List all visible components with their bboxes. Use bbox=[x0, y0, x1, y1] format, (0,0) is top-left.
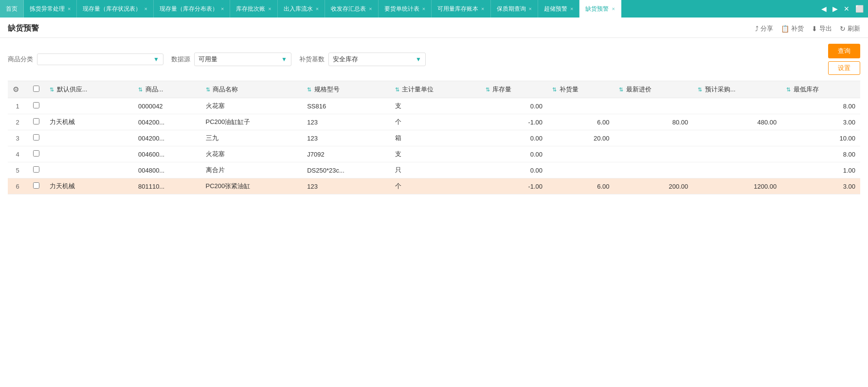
row-spec-4: J7092 bbox=[302, 146, 390, 162]
row-unit-2: 个 bbox=[390, 114, 481, 130]
tab-shortage[interactable]: 缺货预警 × bbox=[579, 0, 621, 18]
col-product-name: ⇅ 商品名称 bbox=[201, 81, 303, 98]
col-stock-label: 库存量 bbox=[492, 86, 511, 93]
tab-home[interactable]: 首页 bbox=[0, 0, 24, 18]
tab-overstock-close[interactable]: × bbox=[570, 6, 573, 12]
row-checkbox-4[interactable] bbox=[27, 146, 45, 162]
col-gear: ⚙ bbox=[8, 81, 27, 98]
tab-inout-flow[interactable]: 出入库流水 × bbox=[278, 0, 325, 18]
sort-icon-price: ⇅ bbox=[619, 87, 623, 92]
tab-batch-account-close[interactable]: × bbox=[268, 6, 271, 12]
tab-expiry-query[interactable]: 保质期查询 × bbox=[491, 0, 538, 18]
tab-inventory-dist[interactable]: 现存量（库存分布表） × bbox=[154, 0, 230, 18]
row-min-stock-4: 8.00 bbox=[781, 146, 860, 162]
gear-icon[interactable]: ⚙ bbox=[13, 85, 19, 93]
row-product-code-3: 004200... bbox=[133, 130, 201, 146]
row-stock-6: -1.00 bbox=[481, 178, 547, 194]
tab-exception-close[interactable]: × bbox=[68, 6, 71, 12]
tab-inventory-status-close[interactable]: × bbox=[144, 6, 147, 12]
row-checkbox-1[interactable] bbox=[27, 98, 45, 114]
select-all-checkbox[interactable] bbox=[33, 86, 39, 92]
row-unit-1: 支 bbox=[390, 98, 481, 114]
tab-available-ledger-label: 可用量库存账本 bbox=[437, 5, 478, 13]
row-num-2: 2 bbox=[8, 114, 27, 130]
col-min-stock: ⇅ 最低库存 bbox=[781, 81, 860, 98]
settings-button[interactable]: 设置 bbox=[828, 61, 860, 75]
row-stock-5: 0.00 bbox=[481, 162, 547, 178]
row-num-1: 1 bbox=[8, 98, 27, 114]
row-stock-1: 0.00 bbox=[481, 98, 547, 114]
tab-inout-flow-close[interactable]: × bbox=[316, 6, 319, 12]
tab-available-ledger[interactable]: 可用量库存账本 × bbox=[432, 0, 490, 18]
main-content: 缺货预警 ⤴ 分享 📋 补货 ⬇ 导出 ↻ 刷新 商品分类 bbox=[0, 18, 868, 387]
row-min-stock-2: 3.00 bbox=[781, 114, 860, 130]
category-select[interactable]: ▼ bbox=[37, 53, 163, 65]
tab-prev-button[interactable]: ◀ bbox=[819, 4, 829, 14]
row-est-purchase-4 bbox=[693, 146, 781, 162]
tab-inout-flow-label: 出入库流水 bbox=[284, 5, 313, 13]
row-checkbox-6[interactable] bbox=[27, 178, 45, 194]
row-num-4: 4 bbox=[8, 146, 27, 162]
replenish-base-select[interactable]: 安全库存 ▼ bbox=[328, 53, 426, 66]
tab-receive-summary[interactable]: 收发存汇总表 × bbox=[325, 0, 378, 18]
category-filter-label: 商品分类 bbox=[8, 55, 33, 64]
tab-expiry-query-close[interactable]: × bbox=[529, 6, 532, 12]
table-wrapper: ⚙ ⇅ 默认供应... ⇅ 商品... ⇅ 商品名称 bbox=[0, 81, 868, 194]
col-min-label: 最低库存 bbox=[794, 86, 819, 93]
refresh-button[interactable]: ↻ 刷新 bbox=[840, 24, 860, 33]
tab-demand-stats-close[interactable]: × bbox=[422, 6, 425, 12]
query-button[interactable]: 查询 bbox=[828, 44, 860, 58]
shortage-table: ⚙ ⇅ 默认供应... ⇅ 商品... ⇅ 商品名称 bbox=[8, 81, 860, 194]
row-product-name-2: PC200油缸缸子 bbox=[201, 114, 303, 130]
tab-next-button[interactable]: ▶ bbox=[830, 4, 840, 14]
row-supplier-6: 力天机械 bbox=[45, 178, 133, 194]
tab-maximize-button[interactable]: ⬜ bbox=[853, 4, 866, 14]
row-replenish-6: 6.00 bbox=[547, 178, 614, 194]
row-checkbox-2[interactable] bbox=[27, 114, 45, 130]
tab-overstock[interactable]: 超储预警 × bbox=[538, 0, 579, 18]
row-replenish-5 bbox=[547, 162, 614, 178]
tab-demand-stats-label: 要货单统计表 bbox=[384, 5, 419, 13]
datasource-select[interactable]: 可用量 ▼ bbox=[194, 53, 291, 66]
datasource-filter-label: 数据源 bbox=[171, 55, 190, 64]
share-label: 分享 bbox=[760, 24, 773, 33]
tab-inventory-dist-close[interactable]: × bbox=[221, 6, 224, 12]
tab-exception[interactable]: 拣货异常处理 × bbox=[24, 0, 77, 18]
row-min-stock-3: 10.00 bbox=[781, 130, 860, 146]
row-checkbox-3[interactable] bbox=[27, 130, 45, 146]
replenish-button[interactable]: 📋 补货 bbox=[781, 24, 804, 33]
row-latest-price-6: 200.00 bbox=[614, 178, 693, 194]
row-checkbox-5[interactable] bbox=[27, 162, 45, 178]
tab-inventory-dist-label: 现存量（库存分布表） bbox=[160, 5, 218, 13]
category-chevron-icon: ▼ bbox=[153, 56, 159, 63]
col-default-supplier: ⇅ 默认供应... bbox=[45, 81, 133, 98]
row-product-name-5: 离合片 bbox=[201, 162, 303, 178]
sort-icon-spec: ⇅ bbox=[307, 87, 311, 92]
col-spec-label: 规格型号 bbox=[314, 86, 340, 93]
row-unit-6: 个 bbox=[390, 178, 481, 194]
tab-shortage-label: 缺货预警 bbox=[585, 5, 609, 13]
tab-receive-summary-close[interactable]: × bbox=[369, 6, 372, 12]
tab-demand-stats[interactable]: 要货单统计表 × bbox=[379, 0, 432, 18]
sort-icon-supplier: ⇅ bbox=[50, 87, 54, 92]
row-supplier-4 bbox=[45, 146, 133, 162]
tab-inventory-status[interactable]: 现存量（库存状况表） × bbox=[77, 0, 153, 18]
row-spec-1: SS816 bbox=[302, 98, 390, 114]
tab-close-all-button[interactable]: ✕ bbox=[841, 4, 852, 14]
share-button[interactable]: ⤴ 分享 bbox=[755, 24, 773, 33]
row-product-code-6: 801110... bbox=[133, 178, 201, 194]
export-button[interactable]: ⬇ 导出 bbox=[812, 24, 832, 33]
tab-nav-buttons: ◀ ▶ ✕ ⬜ bbox=[819, 4, 868, 14]
row-est-purchase-3 bbox=[693, 130, 781, 146]
tab-shortage-close[interactable]: × bbox=[612, 6, 615, 12]
tab-receive-summary-label: 收发存汇总表 bbox=[331, 5, 366, 13]
row-stock-4: 0.00 bbox=[481, 146, 547, 162]
header-actions: ⤴ 分享 📋 补货 ⬇ 导出 ↻ 刷新 bbox=[755, 24, 860, 33]
row-product-name-4: 火花塞 bbox=[201, 146, 303, 162]
row-unit-4: 支 bbox=[390, 146, 481, 162]
tab-batch-account[interactable]: 库存批次账 × bbox=[230, 0, 277, 18]
tab-available-ledger-close[interactable]: × bbox=[481, 6, 484, 12]
sort-icon-replenish: ⇅ bbox=[552, 87, 557, 92]
replenish-base-label: 补货基数 bbox=[299, 55, 325, 64]
row-unit-5: 只 bbox=[390, 162, 481, 178]
